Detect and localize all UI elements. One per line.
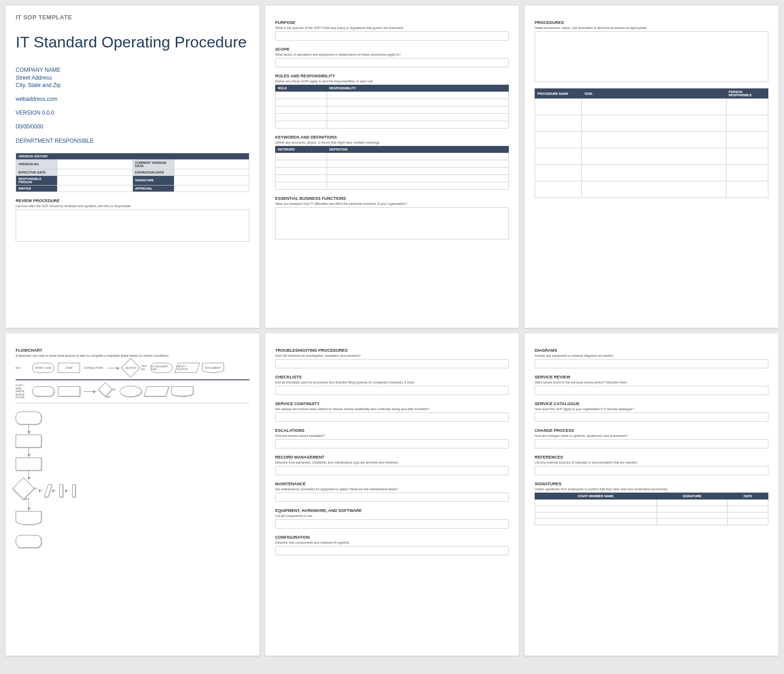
section-box[interactable]	[275, 359, 509, 368]
section-box[interactable]	[535, 386, 768, 395]
section-box[interactable]	[275, 466, 509, 475]
cell[interactable]	[726, 132, 768, 148]
cell[interactable]	[58, 159, 133, 169]
section-heading: SERVICE REVIEW	[535, 375, 768, 379]
flow-decision-row: NO YES	[16, 481, 75, 501]
review-box[interactable]	[16, 209, 249, 242]
cell[interactable]	[535, 99, 582, 115]
section-desc: Add all checklists used for processes an…	[275, 381, 509, 384]
section-box[interactable]	[275, 439, 509, 448]
procedures-box[interactable]	[535, 31, 768, 82]
cell[interactable]	[582, 132, 726, 148]
flow-terminator[interactable]	[16, 535, 41, 548]
section-box[interactable]	[275, 58, 509, 67]
cell[interactable]	[727, 519, 768, 525]
cell[interactable]	[657, 512, 727, 519]
cell[interactable]	[535, 512, 657, 519]
flow-step[interactable]	[16, 435, 41, 447]
section-box[interactable]	[275, 493, 509, 502]
section-box[interactable]	[275, 413, 509, 422]
cell[interactable]	[726, 165, 768, 181]
cell[interactable]	[58, 169, 133, 175]
cell[interactable]	[276, 168, 327, 175]
flow-step[interactable]	[16, 458, 41, 471]
flow-step[interactable]	[72, 484, 75, 497]
section-heading: ESCALATIONS	[275, 428, 509, 433]
version-history-table: VERSION HISTORY VERSION NO. CURRENT VERS…	[16, 153, 249, 192]
section-box[interactable]	[535, 439, 768, 448]
step-blank-icon[interactable]	[58, 386, 80, 396]
cell[interactable]	[582, 148, 726, 165]
flow-step[interactable]	[59, 484, 63, 497]
cell[interactable]	[582, 181, 726, 198]
cell[interactable]	[726, 99, 768, 115]
cell[interactable]	[727, 506, 768, 512]
cell[interactable]	[174, 169, 249, 175]
section-box[interactable]	[275, 207, 509, 239]
cell[interactable]	[276, 160, 327, 168]
cell[interactable]	[727, 512, 768, 519]
cell[interactable]	[276, 182, 327, 190]
ellipse-blank-icon[interactable]	[120, 386, 142, 397]
cell[interactable]	[535, 132, 582, 148]
cell[interactable]	[327, 106, 508, 114]
cell[interactable]	[726, 115, 768, 132]
cell[interactable]	[327, 160, 508, 168]
cell[interactable]	[582, 99, 726, 115]
cell[interactable]	[657, 506, 727, 512]
cell[interactable]	[535, 148, 582, 165]
cell[interactable]	[657, 500, 727, 506]
cell[interactable]	[58, 175, 133, 185]
arrow-blank-icon[interactable]	[84, 391, 97, 392]
document-blank-icon[interactable]	[171, 386, 193, 396]
cell[interactable]	[276, 175, 327, 182]
cell[interactable]	[535, 115, 582, 132]
version: VERSION 0.0.0	[16, 109, 249, 116]
cell[interactable]	[327, 121, 508, 128]
cell[interactable]	[327, 153, 508, 160]
io-icon: INPUT / OUTPUT	[174, 363, 200, 373]
cell[interactable]	[327, 175, 508, 182]
terminator-blank-icon[interactable]	[32, 386, 54, 396]
cell[interactable]	[276, 92, 327, 99]
cell[interactable]	[276, 114, 327, 121]
cell[interactable]	[58, 185, 133, 192]
cell[interactable]	[582, 165, 726, 181]
cell[interactable]	[276, 99, 327, 106]
flow-document[interactable]	[16, 511, 41, 525]
cell[interactable]	[535, 506, 657, 512]
cell[interactable]	[535, 165, 582, 181]
flow-terminator[interactable]	[16, 412, 41, 424]
cell[interactable]	[327, 99, 508, 106]
cell[interactable]	[276, 106, 327, 114]
decision-blank-icon[interactable]	[98, 383, 112, 397]
cell[interactable]	[276, 153, 327, 160]
cell[interactable]	[535, 181, 582, 198]
section-box[interactable]	[275, 31, 509, 41]
cell[interactable]	[535, 519, 657, 525]
cell[interactable]	[327, 92, 508, 99]
cell[interactable]	[327, 114, 508, 121]
section-box[interactable]	[535, 466, 768, 475]
io-blank-icon[interactable]	[144, 386, 169, 396]
cell[interactable]	[535, 500, 657, 506]
cell[interactable]	[174, 185, 249, 192]
flow-decision[interactable]	[12, 477, 35, 500]
section-box[interactable]	[535, 359, 768, 368]
cell[interactable]	[327, 168, 508, 175]
cell[interactable]	[726, 148, 768, 165]
cell[interactable]	[174, 175, 249, 185]
cell[interactable]	[726, 181, 768, 198]
section-box[interactable]	[275, 519, 509, 529]
section-box[interactable]	[535, 413, 768, 422]
cell[interactable]	[582, 115, 726, 132]
section-box[interactable]	[275, 386, 509, 395]
cell[interactable]	[174, 159, 249, 169]
section-box[interactable]	[275, 546, 509, 555]
cell[interactable]	[276, 121, 327, 128]
cell[interactable]	[327, 182, 508, 190]
flow-io[interactable]	[44, 484, 52, 497]
section-desc: Are maintenance schedules for equipment …	[275, 488, 509, 491]
cell[interactable]	[727, 500, 768, 506]
cell[interactable]	[657, 519, 727, 525]
